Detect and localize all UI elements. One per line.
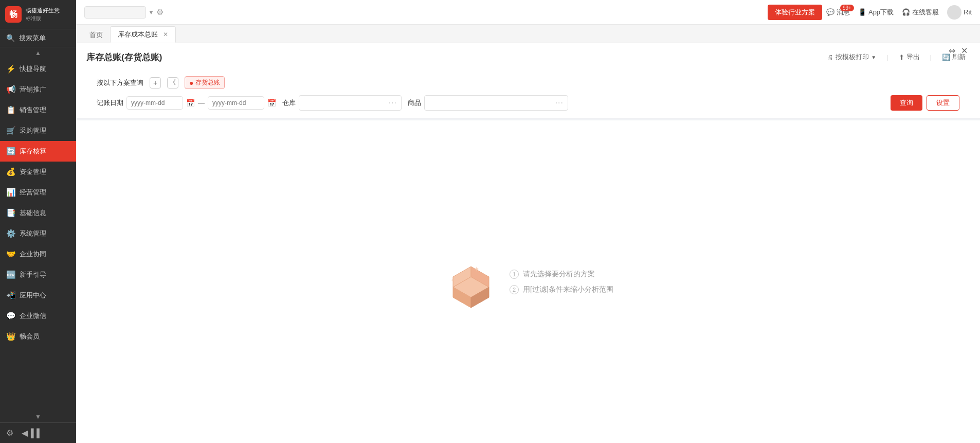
export-btn[interactable]: ⬆ 导出 <box>895 50 924 64</box>
sidebar-item-capital[interactable]: 💰 资金管理 <box>0 162 76 182</box>
add-filter-btn[interactable]: + <box>150 77 161 88</box>
tab-bar: 首页 库存成本总账 ✕ ✕ ⇔ <box>76 25 980 43</box>
export-icon: ⬆ <box>899 54 904 61</box>
sidebar-label-shortcut: 快捷导航 <box>20 64 70 74</box>
sidebar-item-shortcut[interactable]: ⚡ 快捷导航 <box>0 59 76 79</box>
warehouse-select[interactable]: ··· <box>299 95 402 111</box>
collapse-filter-btn[interactable]: 《 <box>167 77 178 88</box>
enterprise-icon: 🤝 <box>6 250 15 259</box>
chevron-down-icon: ▼ <box>148 9 154 16</box>
sidebar-label-purchase: 采购管理 <box>20 126 70 135</box>
settings-btn[interactable]: 设置 <box>927 95 959 111</box>
empty-illustration: ✦ ✦ <box>443 256 494 308</box>
sidebar-label-appstore: 应用中心 <box>20 291 70 300</box>
capital-icon: 💰 <box>6 167 15 176</box>
sidebar-item-basic[interactable]: 📑 基础信息 <box>0 203 76 223</box>
topbar-search-input[interactable] <box>84 6 146 19</box>
date-field-group: 记账日期 📅 — 📅 <box>97 96 276 110</box>
sidebar-item-operations[interactable]: 📊 经营管理 <box>0 182 76 203</box>
warehouse-label: 仓库 <box>282 98 296 108</box>
scheme-circle-icon: ● <box>189 79 193 87</box>
product-select[interactable]: ··· <box>424 95 568 111</box>
search-menu[interactable]: 🔍 搜索菜单 <box>0 29 76 47</box>
sidebar-logo: 畅 畅捷通好生意 标准版 <box>0 0 76 29</box>
sidebar-item-enterprise[interactable]: 🤝 企业协同 <box>0 244 76 264</box>
empty-hints: 1 请先选择要分析的方案 2 用[过滤]条件来缩小分析范围 <box>510 270 613 294</box>
product-label: 商品 <box>408 98 421 108</box>
filter-label: 按以下方案查询 <box>97 78 143 87</box>
inventory-icon: 🔄 <box>6 147 15 156</box>
avatar <box>947 5 961 20</box>
headset-icon: 🎧 <box>902 8 910 16</box>
sidebar-item-system[interactable]: ⚙️ 系统管理 <box>0 223 76 244</box>
messages-item[interactable]: 💬 消息 99+ <box>826 8 850 17</box>
app-download-item[interactable]: 📱 App下载 <box>858 8 894 17</box>
topbar-right: 💬 消息 99+ 📱 App下载 🎧 在线客服 Rit <box>826 5 972 20</box>
tab-home[interactable]: 首页 <box>82 27 110 43</box>
sidebar-item-sales[interactable]: 📋 销售管理 <box>0 100 76 120</box>
operations-icon: 📊 <box>6 188 15 197</box>
calendar-end-icon[interactable]: 📅 <box>267 99 276 107</box>
sidebar-item-wechat[interactable]: 💬 企业微信 <box>0 306 76 326</box>
expand-icon[interactable]: ⇔ <box>949 46 955 56</box>
scheme-tag[interactable]: ● 存货总账 <box>185 76 225 89</box>
sidebar-label-operations: 经营管理 <box>20 188 70 197</box>
main-container: ▼ ⚙ 体验行业方案 💬 消息 99+ 📱 App下载 🎧 在线客服 Rit <box>76 0 980 443</box>
phone-icon: 📱 <box>858 8 866 16</box>
sidebar-label-capital: 资金管理 <box>20 167 70 176</box>
appstore-icon: 📲 <box>6 291 15 300</box>
basic-icon: 📑 <box>6 208 15 218</box>
action-sep-2: | <box>930 54 932 61</box>
settings-icon[interactable]: ⚙ <box>6 428 13 438</box>
sidebar-item-appstore[interactable]: 📲 应用中心 <box>0 285 76 306</box>
product-field-group: 商品 ··· <box>408 95 568 111</box>
hint-num-2: 2 <box>510 285 519 294</box>
member-icon: 👑 <box>6 332 15 341</box>
date-label: 记账日期 <box>97 98 123 108</box>
filter-row: 按以下方案查询 + 《 ● 存货总账 <box>86 71 970 95</box>
tab-inventory-ledger[interactable]: 库存成本总账 ✕ <box>110 26 176 43</box>
sidebar-item-member[interactable]: 👑 畅会员 <box>0 326 76 347</box>
empty-state-inner: ✦ ✦ 1 请先选择要分析的方案 2 用[过滤]条件来缩小分析范围 <box>443 256 613 308</box>
topbar: ▼ ⚙ 体验行业方案 💬 消息 99+ 📱 App下载 🎧 在线客服 Rit <box>76 0 980 25</box>
audio-icon[interactable]: ◀▐▐ <box>22 428 40 438</box>
guide-icon: 🆕 <box>6 270 15 279</box>
svg-text:✦: ✦ <box>450 277 455 283</box>
sidebar-label-system: 系统管理 <box>20 229 70 238</box>
online-service-item[interactable]: 🎧 在线客服 <box>902 8 939 17</box>
sidebar-item-guide[interactable]: 🆕 新手引导 <box>0 264 76 285</box>
date-start-input[interactable] <box>126 96 183 110</box>
empty-hint-1: 1 请先选择要分析的方案 <box>510 270 613 279</box>
system-icon: ⚙️ <box>6 229 15 238</box>
scroll-up-btn[interactable]: ▲ <box>0 47 76 59</box>
shortcut-icon: ⚡ <box>6 64 15 74</box>
date-end-input[interactable] <box>208 96 264 110</box>
scroll-down-btn[interactable]: ▼ <box>0 411 76 422</box>
user-item[interactable]: Rit <box>947 5 972 20</box>
sidebar-nav: ⚡ 快捷导航 📢 营销推广 📋 销售管理 🛒 采购管理 🔄 库存核算 💰 资金管… <box>0 59 76 411</box>
sidebar-label-member: 畅会员 <box>20 332 70 341</box>
app-logo-text: 畅捷通好生意 标准版 <box>26 7 60 22</box>
app-logo-icon: 畅 <box>5 6 22 23</box>
sidebar-label-guide: 新手引导 <box>20 270 70 279</box>
product-more-icon[interactable]: ··· <box>555 98 564 108</box>
query-btn[interactable]: 查询 <box>891 95 922 111</box>
print-btn[interactable]: 🖨 按模板打印 ▼ <box>823 50 880 64</box>
sidebar: 畅 畅捷通好生意 标准版 🔍 搜索菜单 ▲ ⚡ 快捷导航 📢 营销推广 📋 销售… <box>0 0 76 443</box>
date-separator: — <box>198 99 205 107</box>
search-icon: 🔍 <box>6 34 15 42</box>
print-icon: 🖨 <box>827 54 833 61</box>
hint-num-1: 1 <box>510 270 519 279</box>
message-icon: 💬 <box>826 8 834 16</box>
close-panel-icon[interactable]: ✕ <box>961 46 968 56</box>
trial-btn[interactable]: 体验行业方案 <box>768 5 822 20</box>
sidebar-item-inventory[interactable]: 🔄 库存核算 <box>0 141 76 162</box>
wechat-icon: 💬 <box>6 311 15 321</box>
calendar-start-icon[interactable]: 📅 <box>186 99 195 107</box>
gear-icon[interactable]: ⚙ <box>156 7 164 17</box>
tab-close-icon[interactable]: ✕ <box>163 31 168 38</box>
sidebar-item-marketing[interactable]: 📢 营销推广 <box>0 79 76 100</box>
sales-icon: 📋 <box>6 105 15 115</box>
sidebar-item-purchase[interactable]: 🛒 采购管理 <box>0 120 76 141</box>
warehouse-more-icon[interactable]: ··· <box>389 98 397 108</box>
